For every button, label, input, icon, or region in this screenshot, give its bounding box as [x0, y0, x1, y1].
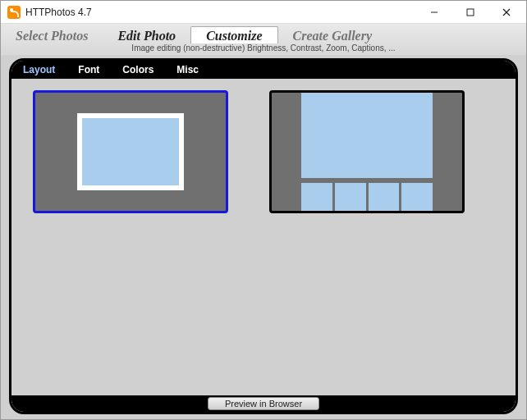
maximize-button[interactable]	[452, 2, 488, 23]
titlebar: HTTPhotos 4.7	[1, 1, 526, 24]
subtab-font[interactable]: Font	[78, 64, 99, 75]
window-controls	[416, 2, 525, 23]
layout-options	[11, 79, 516, 395]
svg-line-3	[503, 9, 510, 16]
layout-preview-image	[82, 118, 179, 185]
layout-preview-thumbs	[301, 181, 433, 211]
tab-edit-photo[interactable]: Edit Photo	[103, 29, 190, 43]
subtab-colors[interactable]: Colors	[122, 64, 154, 75]
layout-preview-thumb	[401, 181, 433, 211]
layout-preview-thumb	[369, 181, 400, 211]
sub-tabs: Layout Font Colors Misc	[11, 61, 516, 79]
layout-preview-main	[301, 93, 433, 178]
svg-line-2	[503, 9, 510, 16]
tab-create-gallery[interactable]: Create Gallery	[278, 29, 387, 43]
app-window: HTTPhotos 4.7 Select Photos Edit Photo C…	[0, 0, 527, 420]
preview-in-browser-button[interactable]: Preview in Browser	[208, 397, 319, 410]
layout-preview-thumb	[335, 181, 366, 211]
main-toolbar: Select Photos Edit Photo Customize Creat…	[1, 24, 526, 55]
tab-customize[interactable]: Customize	[190, 26, 277, 43]
toolbar-subtitle: Image editing (non-destructive) Brightne…	[1, 43, 526, 55]
window-title: HTTPhotos 4.7	[25, 7, 416, 18]
minimize-button[interactable]	[416, 2, 452, 23]
subtab-misc[interactable]: Misc	[176, 64, 199, 75]
close-button[interactable]	[488, 2, 525, 23]
layout-preview-frame	[77, 113, 184, 190]
tab-select-photos[interactable]: Select Photos	[1, 29, 103, 43]
layout-preview-thumb	[301, 181, 332, 211]
app-icon	[7, 6, 21, 19]
subtab-layout[interactable]: Layout	[23, 64, 55, 75]
layout-option-single[interactable]	[33, 90, 228, 213]
svg-rect-1	[467, 9, 474, 16]
customize-panel: Layout Font Colors Misc	[9, 58, 518, 414]
content-area: Layout Font Colors Misc	[1, 55, 526, 419]
panel-footer: Preview in Browser	[11, 395, 516, 412]
layout-option-thumbnails[interactable]	[269, 90, 465, 213]
main-tabs: Select Photos Edit Photo Customize Creat…	[1, 24, 526, 43]
